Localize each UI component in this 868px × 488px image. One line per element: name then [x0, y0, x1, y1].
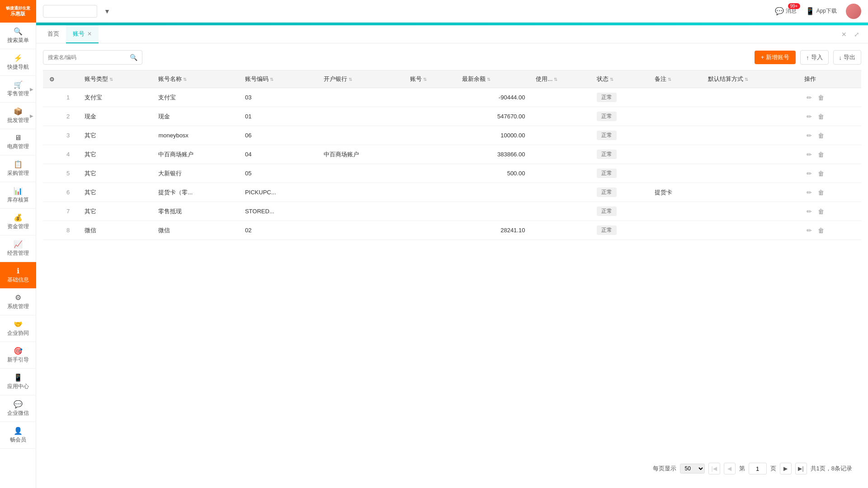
row-usage — [530, 221, 591, 240]
row-usage — [530, 202, 591, 221]
sidebar-item-finance-mgmt[interactable]: 💰 资金管理 — [0, 209, 36, 235]
search-input[interactable] — [43, 54, 125, 61]
finance-mgmt-icon: 💰 — [2, 213, 34, 222]
sidebar-item-enterprise-wechat[interactable]: 💬 企业微信 — [0, 395, 36, 422]
col-status-header[interactable]: 状态⇅ — [591, 70, 649, 88]
col-usage-header[interactable]: 使用...⇅ — [530, 70, 591, 88]
tab-accounts-label: 账号 — [73, 30, 85, 38]
app-center-icon: 📱 — [2, 373, 34, 382]
import-button[interactable]: ↑ 导入 — [800, 50, 829, 65]
edit-button[interactable]: ✏ — [804, 188, 814, 197]
tab-bar: 首页 账号 ✕ ✕ ⤢ — [36, 25, 868, 43]
row-num: 6 — [61, 183, 79, 202]
message-button[interactable]: 💬 消息 99+ — [775, 7, 797, 15]
row-settings — [43, 145, 61, 164]
sidebar-item-wholesale-mgmt[interactable]: 📦 批发管理 ▶ — [0, 103, 36, 129]
row-num: 5 — [61, 164, 79, 183]
delete-button[interactable]: 🗑 — [816, 112, 826, 121]
export-button[interactable]: ↓ 导出 — [833, 50, 862, 65]
delete-button[interactable]: 🗑 — [816, 207, 826, 216]
tab-home[interactable]: 首页 — [41, 25, 66, 43]
sidebar-item-app-center[interactable]: 📱 应用中心 — [0, 369, 36, 395]
app-download-label: App下载 — [816, 7, 837, 15]
edit-button[interactable]: ✏ — [804, 93, 814, 102]
sidebar-item-label: 零售管理 — [7, 90, 29, 97]
sidebar-item-newcomer[interactable]: 🎯 新手引导 — [0, 342, 36, 369]
sidebar-item-purchase-mgmt[interactable]: 📋 采购管理 — [0, 155, 36, 182]
member-icon: 👤 — [2, 427, 34, 435]
row-code: PICKUPC... — [240, 183, 318, 202]
sidebar-item-ops-mgmt[interactable]: 📈 经营管理 — [0, 235, 36, 262]
last-page-button[interactable]: ▶| — [795, 463, 807, 474]
maximize-btn[interactable]: ⤢ — [852, 30, 861, 39]
row-code: 04 — [240, 145, 318, 164]
col-balance-header[interactable]: 最新余额⇅ — [457, 70, 530, 88]
add-account-button[interactable]: + 新增账号 — [755, 51, 796, 64]
row-name: 大新银行 — [153, 164, 240, 183]
row-type: 其它 — [79, 126, 153, 145]
delete-button[interactable]: 🗑 — [816, 188, 826, 197]
row-note: 提货卡 — [649, 183, 703, 202]
tab-accounts[interactable]: 账号 ✕ — [66, 25, 99, 43]
total-label: 共1页，8条记录 — [811, 465, 852, 473]
sidebar-item-label: 经营管理 — [7, 250, 29, 256]
sidebar-item-sys-mgmt[interactable]: ⚙ 系统管理 — [0, 289, 36, 315]
edit-button[interactable]: ✏ — [804, 169, 814, 178]
top-search-input[interactable] — [43, 5, 97, 18]
edit-button[interactable]: ✏ — [804, 226, 814, 235]
col-settings-header[interactable]: ⚙ — [43, 70, 61, 88]
row-name: 支付宝 — [153, 88, 240, 107]
delete-button[interactable]: 🗑 — [816, 131, 826, 140]
search-container: 🔍 — [43, 50, 142, 65]
edit-button[interactable]: ✏ — [804, 131, 814, 140]
delete-button[interactable]: 🗑 — [816, 150, 826, 159]
sidebar-item-quick-nav[interactable]: ⚡ 快捷导航 — [0, 49, 36, 76]
sidebar-item-enterprise-collab[interactable]: 🤝 企业协同 — [0, 315, 36, 342]
col-name-header[interactable]: 账号名称⇅ — [153, 70, 240, 88]
row-action: ✏ 🗑 — [799, 221, 861, 240]
sidebar-item-basic-info[interactable]: ℹ 基础信息 — [0, 262, 36, 289]
sidebar-item-retail-mgmt[interactable]: 🛒 零售管理 ▶ — [0, 76, 36, 103]
status-badge: 正常 — [597, 93, 617, 102]
sidebar-item-member[interactable]: 👤 畅会员 — [0, 422, 36, 449]
logo-line2: 乐惠版 — [6, 11, 30, 17]
close-tab-btn[interactable]: ✕ — [840, 30, 849, 39]
row-name: 提货卡（零... — [153, 183, 240, 202]
col-code-header[interactable]: 账号编码⇅ — [240, 70, 318, 88]
page-label: 第 — [739, 465, 745, 473]
row-settings — [43, 126, 61, 145]
page-size-select[interactable]: 50 100 — [680, 464, 705, 474]
next-page-button[interactable]: ▶ — [780, 463, 792, 474]
row-note — [649, 126, 703, 145]
row-account — [405, 221, 457, 240]
search-button[interactable]: 🔍 — [125, 54, 142, 61]
col-default-payment-header[interactable]: 默认结算方式⇅ — [703, 70, 798, 88]
sidebar-item-inventory[interactable]: 📊 库存核算 — [0, 182, 36, 209]
edit-button[interactable]: ✏ — [804, 112, 814, 121]
row-usage — [530, 88, 591, 107]
page-input[interactable] — [749, 463, 767, 474]
delete-button[interactable]: 🗑 — [816, 169, 826, 178]
sidebar-item-ecommerce-mgmt[interactable]: 🖥 电商管理 — [0, 129, 36, 155]
prev-page-button[interactable]: ◀ — [724, 463, 736, 474]
col-bank-header[interactable]: 开户银行⇅ — [318, 70, 405, 88]
col-account-header[interactable]: 账号⇅ — [405, 70, 457, 88]
app-download-button[interactable]: 📱 App下载 — [806, 7, 837, 15]
row-balance: 28241.10 — [457, 221, 530, 240]
user-avatar[interactable] — [846, 4, 861, 19]
edit-button[interactable]: ✏ — [804, 207, 814, 216]
row-num: 2 — [61, 107, 79, 126]
edit-button[interactable]: ✏ — [804, 150, 814, 159]
tab-accounts-close[interactable]: ✕ — [87, 31, 92, 37]
first-page-button[interactable]: |◀ — [708, 463, 720, 474]
dropdown-button[interactable]: ▼ — [104, 8, 110, 15]
col-type-header[interactable]: 账号类型⇅ — [79, 70, 153, 88]
sidebar-item-label: 新手引导 — [7, 357, 29, 363]
sidebar-item-search-menu[interactable]: 🔍 搜索菜单 — [0, 23, 36, 49]
row-code: 06 — [240, 126, 318, 145]
delete-button[interactable]: 🗑 — [816, 93, 826, 102]
col-note-header[interactable]: 备注⇅ — [649, 70, 703, 88]
sidebar-item-label: 快捷导航 — [7, 64, 29, 70]
row-status: 正常 — [591, 145, 649, 164]
delete-button[interactable]: 🗑 — [816, 226, 826, 235]
